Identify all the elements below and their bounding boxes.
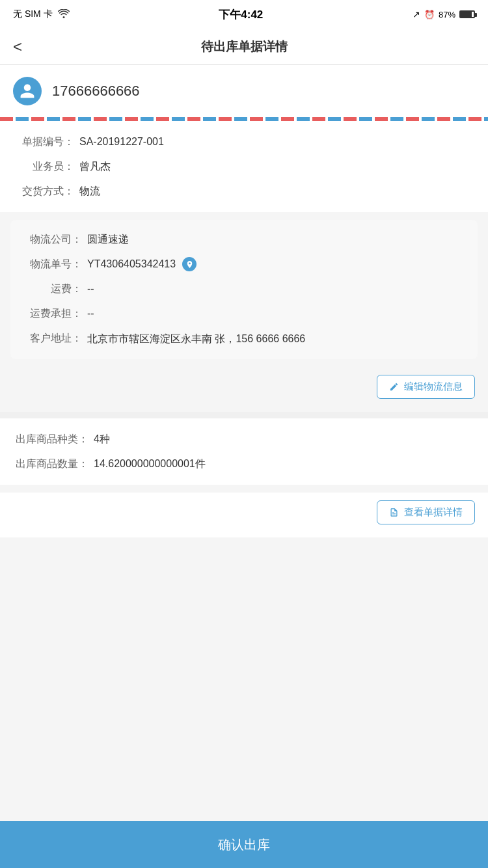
bottom-spacer (0, 537, 488, 655)
battery-percent: 87% (439, 10, 455, 20)
sim-status: 无 SIM 卡 (13, 8, 53, 20)
view-details-label: 查看单据详情 (404, 506, 463, 519)
salesman-value: 曾凡杰 (79, 159, 472, 174)
tracking-row: 物流单号： YT4306405342413 (23, 256, 465, 272)
edit-logistics-btn-wrapper: 编辑物流信息 (0, 367, 488, 412)
view-details-btn-wrapper: 查看单据详情 (0, 493, 488, 537)
freight-bear-value: -- (87, 306, 465, 321)
page-title: 待出库单据详情 (201, 38, 288, 55)
tracking-label: 物流单号： (23, 256, 82, 272)
delivery-value: 物流 (79, 183, 472, 199)
address-value: 北京市市辖区海淀区永丰南 张，156 6666 6666 (87, 331, 465, 347)
goods-quantity-row: 出库商品数量： 14.620000000000001件 (16, 456, 472, 472)
customer-header: 17666666666 (0, 65, 488, 117)
tracking-location-button[interactable] (182, 257, 197, 271)
freight-value: -- (87, 281, 465, 297)
document-number-label: 单据编号： (16, 134, 74, 150)
main-content: 17666666666 单据编号： SA-20191227-001 业务员： 曾… (0, 65, 488, 707)
goods-quantity-label: 出库商品数量： (16, 456, 88, 472)
goods-types-label: 出库商品种类： (16, 431, 88, 447)
customer-phone: 17666666666 (52, 83, 140, 100)
logistics-card: 物流公司： 圆通速递 物流单号： YT4306405342413 运费： -- … (10, 220, 478, 359)
goods-quantity-value: 14.620000000000001件 (94, 456, 472, 472)
salesman-label: 业务员： (16, 159, 74, 174)
freight-label: 运费： (23, 281, 82, 297)
delivery-label: 交货方式： (16, 183, 74, 199)
goods-section: 出库商品种类： 4种 出库商品数量： 14.620000000000001件 (0, 418, 488, 485)
address-row: 客户地址： 北京市市辖区海淀区永丰南 张，156 6666 6666 (23, 331, 465, 347)
goods-types-value: 4种 (94, 431, 472, 447)
address-label: 客户地址： (23, 331, 82, 346)
document-number-row: 单据编号： SA-20191227-001 (16, 134, 472, 150)
status-bar: 无 SIM 卡 下午4:42 ↗ ⏰ 87% (0, 0, 488, 29)
freight-bear-row: 运费承担： -- (23, 306, 465, 321)
freight-row: 运费： -- (23, 281, 465, 297)
goods-types-row: 出库商品种类： 4种 (16, 431, 472, 447)
document-info-section: 单据编号： SA-20191227-001 业务员： 曾凡杰 交货方式： 物流 (0, 121, 488, 212)
edit-logistics-label: 编辑物流信息 (404, 381, 463, 393)
status-time: 下午4:42 (219, 7, 263, 22)
view-details-button[interactable]: 查看单据详情 (377, 500, 475, 524)
logistics-company-label: 物流公司： (23, 232, 82, 247)
edit-icon (389, 382, 399, 392)
user-icon (19, 83, 36, 100)
battery-icon (459, 10, 475, 18)
tracking-number: YT4306405342413 (87, 256, 176, 272)
edit-logistics-button[interactable]: 编辑物流信息 (377, 375, 475, 399)
wifi-icon (58, 9, 70, 20)
map-pin-icon (185, 260, 194, 269)
salesman-row: 业务员： 曾凡杰 (16, 159, 472, 174)
section-divider (0, 412, 488, 418)
confirm-button[interactable]: 确认出库 (0, 821, 488, 868)
nav-bar: < 待出库单据详情 (0, 29, 488, 65)
status-left: 无 SIM 卡 (13, 8, 70, 20)
confirm-button-label: 确认出库 (218, 836, 270, 854)
document-number-value: SA-20191227-001 (79, 134, 472, 150)
logistics-company-value: 圆通速递 (87, 232, 465, 247)
alarm-icon: ⏰ (424, 10, 435, 20)
status-right: ↗ ⏰ 87% (413, 9, 475, 20)
document-icon (389, 508, 399, 517)
logistics-company-row: 物流公司： 圆通速递 (23, 232, 465, 247)
back-button[interactable]: < (13, 39, 22, 55)
avatar (13, 77, 42, 105)
delivery-row: 交货方式： 物流 (16, 183, 472, 199)
tracking-value-container: YT4306405342413 (87, 256, 465, 272)
location-status-icon: ↗ (413, 9, 420, 20)
freight-bear-label: 运费承担： (23, 306, 82, 321)
